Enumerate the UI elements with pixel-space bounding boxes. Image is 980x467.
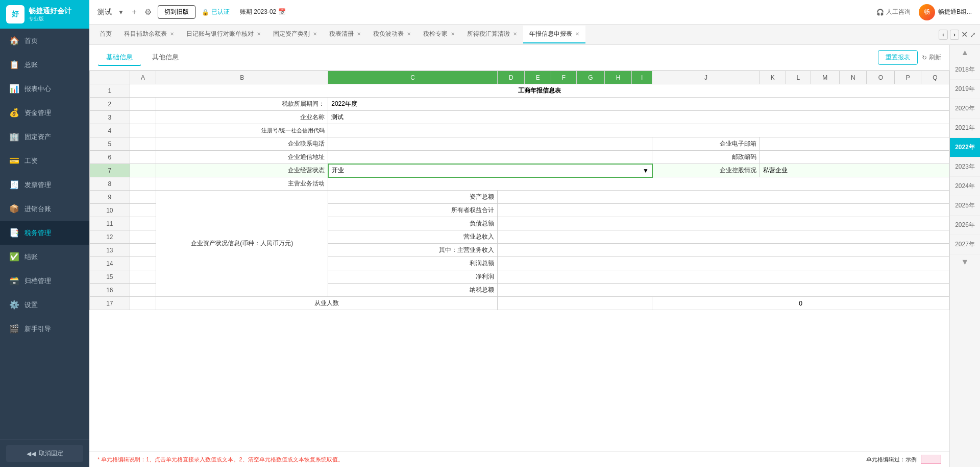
cell-6a[interactable] bbox=[130, 151, 156, 164]
cell-3c[interactable]: 测试 bbox=[328, 111, 949, 124]
cell-15d[interactable] bbox=[498, 270, 949, 284]
year-item-2019年[interactable]: 2019年 bbox=[950, 80, 980, 99]
sidebar-item-结账[interactable]: ✅结账 bbox=[0, 245, 89, 269]
dropdown-arrow-icon[interactable]: ▼ bbox=[118, 9, 124, 16]
year-item-2022年[interactable]: 2022年 bbox=[950, 138, 980, 157]
add-tab-button[interactable]: ＋ bbox=[130, 7, 138, 17]
close-icon[interactable]: ✕ bbox=[257, 31, 261, 37]
settings-icon[interactable]: ⚙ bbox=[144, 7, 152, 17]
cell-9d[interactable] bbox=[498, 191, 949, 204]
cell-13d[interactable] bbox=[498, 244, 949, 257]
cell-6k[interactable] bbox=[760, 151, 949, 164]
cell-8a[interactable] bbox=[130, 177, 156, 191]
close-icon[interactable]: ✕ bbox=[407, 31, 411, 37]
refresh-button[interactable]: ↻ 刷新 bbox=[922, 50, 941, 65]
row-num-16: 16 bbox=[90, 284, 130, 297]
tab-income-tax[interactable]: 所得税汇算清缴 ✕ bbox=[461, 26, 523, 43]
tab-tax-burden[interactable]: 税负波动表 ✕ bbox=[367, 26, 417, 43]
cell-14a[interactable] bbox=[130, 257, 156, 270]
dropdown-arrow-icon[interactable]: ▼ bbox=[643, 167, 649, 174]
year-scroll-up-button[interactable]: ▲ bbox=[950, 45, 980, 60]
cell-5k[interactable] bbox=[760, 137, 949, 151]
close-icon[interactable]: ✕ bbox=[170, 31, 174, 37]
tab-tax-inspect[interactable]: 税检专家 ✕ bbox=[417, 26, 461, 43]
cell-title[interactable]: 工商年报信息表 bbox=[130, 84, 949, 98]
tab-home[interactable]: 首页 bbox=[93, 26, 118, 43]
cell-7a[interactable] bbox=[130, 164, 156, 177]
tab-next-button[interactable]: › bbox=[950, 30, 959, 40]
year-item-2026年[interactable]: 2026年 bbox=[950, 216, 980, 235]
cell-14d[interactable] bbox=[498, 257, 949, 270]
cell-12a[interactable] bbox=[130, 230, 156, 244]
sidebar-item-固定资产[interactable]: 🏢固定资产 bbox=[0, 125, 89, 149]
cell-12d[interactable] bbox=[498, 230, 949, 244]
sidebar-item-进销台账[interactable]: 📦进销台账 bbox=[0, 197, 89, 221]
sidebar-item-税务管理[interactable]: 📑税务管理 bbox=[0, 221, 89, 245]
cell-4c[interactable] bbox=[328, 124, 949, 137]
reset-report-button[interactable]: 重置报表 bbox=[878, 50, 918, 65]
tab-prev-button[interactable]: ‹ bbox=[939, 30, 948, 40]
sidebar-item-设置[interactable]: ⚙️设置 bbox=[0, 293, 89, 317]
year-item-2023年[interactable]: 2023年 bbox=[950, 157, 980, 177]
cell-6c[interactable] bbox=[328, 151, 652, 164]
cell-11d[interactable] bbox=[498, 217, 949, 230]
cell-13a[interactable] bbox=[130, 244, 156, 257]
cell-16a[interactable] bbox=[130, 284, 156, 297]
cell-17d[interactable] bbox=[498, 297, 652, 310]
sidebar-item-新手引导[interactable]: 🎬新手引导 bbox=[0, 317, 89, 341]
switch-old-button[interactable]: 切到旧版 bbox=[158, 5, 195, 19]
cell-4a[interactable] bbox=[130, 124, 156, 137]
cell-9b[interactable]: 企业资产状况信息(币种：人民币万元) bbox=[156, 191, 328, 297]
cell-11a[interactable] bbox=[130, 217, 156, 230]
tab-subject-aux[interactable]: 科目辅助余额表 ✕ bbox=[118, 26, 180, 43]
user-info[interactable]: 畅 畅捷通B组... bbox=[919, 4, 972, 20]
cell-15a[interactable] bbox=[130, 270, 156, 284]
cell-9a[interactable] bbox=[130, 191, 156, 204]
cell-5c[interactable] bbox=[328, 137, 652, 151]
year-scroll-down-button[interactable]: ▼ bbox=[950, 254, 980, 270]
tab-expand-button[interactable]: ⤢ bbox=[970, 30, 976, 40]
sidebar-item-首页[interactable]: 🏠首页 bbox=[0, 29, 89, 53]
sidebar-item-发票管理[interactable]: 🧾发票管理 bbox=[0, 173, 89, 197]
subtab-other-info[interactable]: 其他信息 bbox=[143, 49, 187, 66]
year-item-2024年[interactable]: 2024年 bbox=[950, 177, 980, 196]
tab-fixed-asset-type[interactable]: 固定资产类别 ✕ bbox=[267, 26, 323, 43]
cell-7c-dropdown[interactable]: 开业 ▼ bbox=[328, 164, 652, 177]
tab-close-all-button[interactable]: ✕ bbox=[961, 30, 968, 40]
close-icon[interactable]: ✕ bbox=[513, 31, 517, 37]
cell-3a[interactable] bbox=[130, 111, 156, 124]
user-name: 畅捷通B组... bbox=[938, 8, 972, 16]
cell-2a[interactable] bbox=[130, 98, 156, 111]
cell-16d[interactable] bbox=[498, 284, 949, 297]
cell-5a[interactable] bbox=[130, 137, 156, 151]
cell-17j[interactable]: 0 bbox=[652, 297, 949, 310]
year-item-2021年[interactable]: 2021年 bbox=[950, 119, 980, 138]
calendar-icon[interactable]: 📅 bbox=[278, 8, 286, 15]
sidebar-item-报表中心[interactable]: 📊报表中心 bbox=[0, 77, 89, 101]
cell-8c[interactable] bbox=[328, 177, 949, 191]
consult-button[interactable]: 🎧 人工咨询 bbox=[876, 8, 911, 16]
spreadsheet-wrapper[interactable]: A B C D E F G H I J K L M bbox=[89, 71, 949, 451]
sidebar-item-归档管理[interactable]: 🗃️归档管理 bbox=[0, 269, 89, 293]
cell-2c[interactable]: 2022年度 bbox=[328, 98, 949, 111]
year-item-2018年[interactable]: 2018年 bbox=[950, 60, 980, 80]
year-item-2025年[interactable]: 2025年 bbox=[950, 196, 980, 216]
year-item-2027年[interactable]: 2027年 bbox=[950, 235, 980, 254]
sidebar-item-总账[interactable]: 📋总账 bbox=[0, 53, 89, 77]
cell-10a[interactable] bbox=[130, 204, 156, 217]
close-icon[interactable]: ✕ bbox=[451, 31, 455, 37]
cancel-fix-button[interactable]: ◀◀ 取消固定 bbox=[6, 445, 83, 462]
cell-7k[interactable]: 私营企业 bbox=[760, 164, 949, 177]
tab-journal-bank[interactable]: 日记账与银行对账单核对 ✕ bbox=[180, 26, 267, 43]
cell-10d[interactable] bbox=[498, 204, 949, 217]
year-item-2020年[interactable]: 2020年 bbox=[950, 99, 980, 119]
cell-17a[interactable] bbox=[130, 297, 156, 310]
close-icon[interactable]: ✕ bbox=[313, 31, 317, 37]
tab-tax-table[interactable]: 税表清册 ✕ bbox=[323, 26, 367, 43]
tab-annual-report[interactable]: 年报信息申报表 ✕ bbox=[523, 26, 585, 43]
close-icon[interactable]: ✕ bbox=[575, 31, 579, 37]
close-icon[interactable]: ✕ bbox=[357, 31, 361, 37]
subtab-basic-info[interactable]: 基础信息 bbox=[97, 49, 141, 66]
sidebar-item-资金管理[interactable]: 💰资金管理 bbox=[0, 101, 89, 125]
sidebar-item-工资[interactable]: 💳工资 bbox=[0, 149, 89, 173]
